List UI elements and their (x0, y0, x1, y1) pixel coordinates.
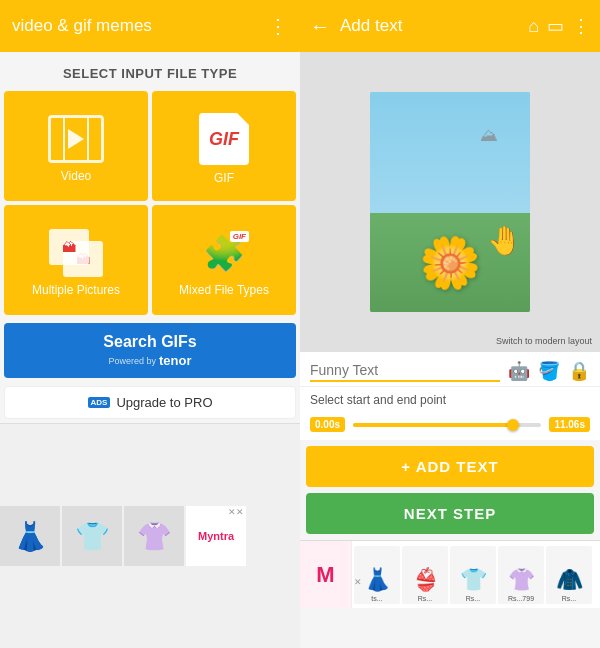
ad-person-icon-5: 🧥 (556, 567, 583, 593)
play-triangle-icon (68, 129, 84, 149)
multiple-tile-label: Multiple Pictures (32, 283, 120, 297)
right-header-icons: ⌂ ▭ ⋮ (528, 15, 590, 37)
tenor-label: tenor (159, 353, 192, 368)
left-ad-strip: 👗 👕 👚 ✕✕ Myntra (0, 423, 300, 648)
text-input-row: 🤖 🪣 🔒 (300, 352, 600, 387)
mixed-tile-label: Mixed File Types (179, 283, 269, 297)
end-time-badge: 11.06s (549, 417, 590, 432)
gif-tile[interactable]: GIF GIF (152, 91, 296, 201)
ad-thumb-3: 👚 (124, 506, 184, 566)
slider-thumb[interactable] (507, 419, 519, 431)
right-header: ← Add text ⌂ ▭ ⋮ (300, 0, 600, 52)
next-step-button[interactable]: NEXT STEP (306, 493, 594, 534)
right-header-title: Add text (340, 16, 402, 36)
multiple-pictures-tile[interactable]: 🏔 🏔 Multiple Pictures (4, 205, 148, 315)
right-ad-close-button[interactable]: ✕ (354, 577, 362, 587)
mixed-file-tile[interactable]: 🧩 GIF Mixed File Types (152, 205, 296, 315)
start-time-badge: 0.00s (310, 417, 345, 432)
powered-by-text: Powered by (108, 356, 156, 366)
ad-item-1[interactable]: 👗 ts... (354, 546, 400, 604)
ad-person-icon-3: 👕 (460, 567, 487, 593)
person-icon-2: 👕 (75, 520, 110, 553)
close-ad-icon[interactable]: ✕✕ (228, 507, 244, 517)
ad-person-icon-4: 👚 (508, 567, 535, 593)
home-icon[interactable]: ⌂ (528, 16, 539, 37)
upgrade-bar[interactable]: ADS Upgrade to PRO (4, 386, 296, 419)
layout-icon[interactable]: ▭ (547, 15, 564, 37)
ad-item-4[interactable]: 👚 Rs...799 (498, 546, 544, 604)
ad-person-icon-1: 👗 (364, 567, 391, 593)
upgrade-text: Upgrade to PRO (116, 395, 212, 410)
robot-icon[interactable]: 🤖 (508, 360, 530, 382)
myntra-ad-overlay[interactable]: ✕✕ Myntra (186, 506, 246, 566)
lock-icon[interactable]: 🔒 (568, 360, 590, 382)
gif-badge: GIF (230, 231, 249, 242)
right-panel: ← Add text ⌂ ▭ ⋮ ⛰ 🌼 🤚 Switch to modern … (300, 0, 600, 648)
back-button[interactable]: ← (310, 15, 330, 38)
gif-tile-label: GIF (214, 171, 234, 185)
myntra-ad-logo: M (300, 541, 352, 609)
person-icon-1: 👗 (13, 520, 48, 553)
text-input-icons: 🤖 🪣 🔒 (508, 360, 590, 382)
search-gifs-label: Search GIFs (14, 333, 286, 351)
left-menu-icon[interactable]: ⋮ (268, 14, 288, 38)
ad-price-1: ts... (371, 595, 382, 602)
start-end-label: Select start and end point (300, 387, 600, 411)
myntra-logo-text: Myntra (198, 530, 234, 542)
ad-item-5[interactable]: 🧥 Rs... (546, 546, 592, 604)
gif-text-label: GIF (209, 129, 239, 150)
ad-item-2[interactable]: 👙 Rs... (402, 546, 448, 604)
video-tile-label: Video (61, 169, 91, 183)
ad-person-icon-2: 👙 (412, 567, 439, 593)
sky-bg (370, 92, 530, 213)
multi-pic-icon: 🏔 🏔 (49, 229, 103, 277)
left-panel: video & gif memes ⋮ SELECT INPUT FILE TY… (0, 0, 300, 648)
search-gifs-button[interactable]: Search GIFs Powered by tenor (4, 323, 296, 378)
right-ad-strip: M ✕ 👗 ts... 👙 Rs... 👕 Rs... 👚 Rs...799 (300, 540, 600, 608)
flower-image: 🌼 (419, 234, 481, 292)
ad-thumb-2: 👕 (62, 506, 122, 566)
preview-area: ⛰ 🌼 🤚 Switch to modern layout (300, 52, 600, 352)
left-header: video & gif memes ⋮ (0, 0, 300, 52)
right-menu-icon[interactable]: ⋮ (572, 15, 590, 37)
add-text-button[interactable]: + ADD TEXT (306, 446, 594, 487)
slider-fill (353, 423, 513, 427)
timeline-row: 0.00s 11.06s (300, 411, 600, 440)
video-tile[interactable]: Video (4, 91, 148, 201)
myntra-m-icon: M (316, 562, 334, 588)
modern-layout-link[interactable]: Switch to modern layout (496, 336, 592, 346)
preview-image: ⛰ 🌼 🤚 (370, 92, 530, 312)
funny-text-input[interactable] (310, 360, 500, 382)
input-type-grid: Video GIF GIF 🏔 🏔 Multiple Pictures (0, 91, 300, 315)
person-icon-3: 👚 (137, 520, 172, 553)
ad-item-3[interactable]: 👕 Rs... (450, 546, 496, 604)
brush-icon[interactable]: 🪣 (538, 360, 560, 382)
gif-file-icon: GIF (199, 113, 249, 165)
video-icon (48, 115, 104, 163)
hand-icon: 🤚 (487, 224, 522, 257)
mixed-icon: 🧩 GIF (197, 229, 251, 277)
ads-badge: ADS (88, 397, 111, 408)
right-header-left: ← Add text (310, 15, 402, 38)
ad-thumb-1: 👗 (0, 506, 60, 566)
pic-card-front: 🏔 (49, 229, 89, 265)
ad-price-5: Rs... (562, 595, 576, 602)
select-input-label: SELECT INPUT FILE TYPE (0, 52, 300, 91)
app-title: video & gif memes (12, 16, 152, 36)
timeline-slider[interactable] (353, 423, 541, 427)
ad-price-2: Rs... (418, 595, 432, 602)
ad-price-4: Rs...799 (508, 595, 534, 602)
mountain-silhouette: ⛰ (480, 125, 498, 146)
right-ad-items: 👗 ts... 👙 Rs... 👕 Rs... 👚 Rs...799 🧥 Rs.… (352, 542, 594, 608)
ad-price-3: Rs... (466, 595, 480, 602)
